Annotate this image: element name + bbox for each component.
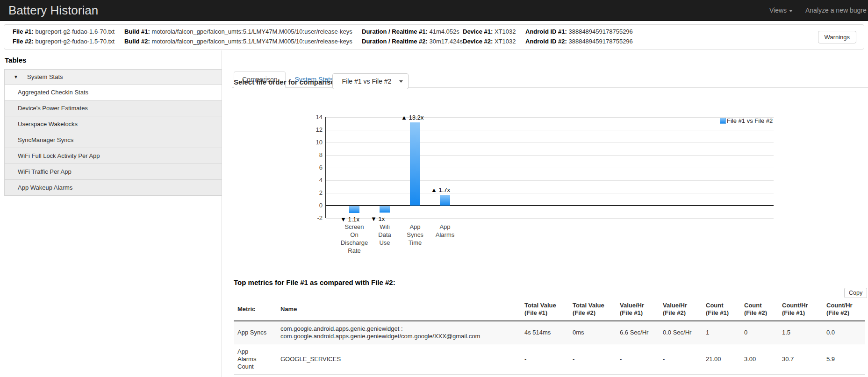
table-cell: App Alarms Count — [234, 344, 277, 375]
table-cell: 3.00 — [740, 344, 778, 375]
file-info-field: Android ID #2: 3888489459178755296 — [525, 38, 633, 45]
table-cell: 0.0 Sec/Hr — [659, 321, 702, 344]
y-axis-tick-label: 0 — [280, 202, 323, 209]
table-cell: GOOGLE_SERVICES — [277, 344, 521, 375]
file-info-row: File #1: bugreport-g2-fudao-1.6-70.txtBu… — [4, 28, 864, 37]
bar-annotation: ▼ 1x — [371, 215, 422, 222]
y-axis-tick-label: 12 — [280, 126, 323, 133]
table-header-cell: Total Value (File #2) — [569, 298, 616, 321]
gridline — [326, 193, 774, 193]
x-axis-category-label: Wifi Data Use — [364, 223, 406, 247]
file-info-field: Android ID #1: 3888489459178755296 — [525, 28, 633, 35]
sidebar-item[interactable]: SyncManager Syncs — [4, 132, 222, 148]
sidebar-item[interactable]: WiFi Full Lock Activity Per App — [4, 148, 222, 164]
app-title[interactable]: Battery Historian — [8, 0, 98, 21]
file-info-field-label: File #1: — [13, 28, 34, 35]
file-info-field-label: Android ID #2: — [525, 38, 567, 45]
gridline — [326, 168, 774, 168]
file-info-field-label: Device #2: — [463, 38, 493, 45]
sidebar-item[interactable]: Aggregated Checkin Stats — [4, 85, 222, 100]
gridline — [326, 130, 774, 130]
tables-sidebar: ▼ System Stats Aggregated Checkin StatsD… — [4, 69, 222, 196]
y-axis-tick-label: 14 — [280, 114, 323, 121]
file-info-row: File #2: bugreport-g2-fudao-1.5-70.txtBu… — [4, 38, 864, 47]
file-info-field: Build #1: motorola/falcon_gpe/falcon_umt… — [124, 28, 352, 35]
bar-annotation: ▼ 1.1x — [340, 216, 392, 223]
gridline — [326, 117, 774, 118]
top-metrics-heading: Top metrics for File #1 as compared with… — [234, 278, 395, 286]
table-row: App Syncscom.google.android.apps.genie.g… — [234, 321, 865, 344]
y-axis-tick-label: 4 — [280, 177, 323, 184]
table-header-cell: Count (File #2) — [740, 298, 778, 321]
file-info-field-label: Duration / Realtime #2: — [362, 38, 428, 45]
table-header-cell: Total Value (File #1) — [521, 298, 569, 321]
sidebar-divider — [222, 50, 222, 377]
file-order-label: Select file order for comparison — [234, 78, 339, 86]
y-axis-tick-label: 6 — [280, 164, 323, 171]
file-info-field: Build #2: motorola/falcon_gpe/falcon_umt… — [124, 38, 352, 45]
table-cell: 4s 514ms — [521, 321, 569, 344]
chart-bar — [380, 206, 390, 213]
file-info-field: Duration / Realtime #1: 41m4.052s — [362, 28, 459, 35]
sidebar-group-label: System Stats — [27, 70, 63, 85]
table-header-cell: Value/Hr (File #2) — [659, 298, 702, 321]
chart-bar — [440, 195, 450, 206]
select-caret-icon — [399, 80, 403, 83]
sidebar-item-list: Aggregated Checkin StatsDevice's Power E… — [4, 85, 222, 196]
y-axis-line — [325, 117, 326, 218]
file-info-field-label: Device #1: — [463, 28, 493, 35]
analyze-new-bugreport-link[interactable]: Analyze a new bugre — [805, 0, 867, 21]
chart-legend: File #1 vs File #2 — [720, 117, 773, 124]
views-menu-label: Views — [769, 7, 787, 14]
battery-historian-app: Battery Historian Views Analyze a new bu… — [0, 0, 868, 377]
file-order-select[interactable]: File #1 vs File #2 — [332, 73, 409, 89]
table-header-row: MetricNameTotal Value (File #1)Total Val… — [234, 298, 865, 321]
sidebar-item[interactable]: Userspace Wakelocks — [4, 116, 222, 132]
views-menu[interactable]: Views — [769, 0, 793, 21]
table-header-cell: Count (File #1) — [702, 298, 740, 321]
table-cell: 1 — [702, 321, 740, 344]
sidebar-item[interactable]: WiFi Traffic Per App — [4, 164, 222, 180]
bar-annotation: ▲ 1.7x — [431, 186, 482, 193]
legend-swatch-icon — [720, 118, 726, 124]
table-cell: - — [616, 344, 659, 375]
file-info-panel: File #1: bugreport-g2-fudao-1.6-70.txtBu… — [4, 24, 864, 50]
table-cell: - — [521, 344, 569, 375]
file-info-field: Duration / Realtime #2: 30m17.424s — [362, 38, 463, 45]
gridline — [326, 180, 774, 181]
chart-bar — [349, 206, 359, 213]
sidebar-item[interactable]: App Wakeup Alarms — [4, 180, 222, 196]
table-cell: 5.9 — [823, 344, 865, 375]
file-info-field: File #1: bugreport-g2-fudao-1.6-70.txt — [13, 28, 115, 35]
table-header-cell: Count/Hr (File #1) — [778, 298, 823, 321]
table-header-cell: Value/Hr (File #1) — [616, 298, 659, 321]
y-axis-tick-label: 10 — [280, 139, 323, 146]
table-cell: 1.5 — [778, 321, 823, 344]
collapse-triangle-icon: ▼ — [14, 70, 18, 85]
top-navbar: Battery Historian Views Analyze a new bu… — [0, 0, 868, 21]
table-cell: App Syncs — [234, 321, 277, 344]
chart-bar — [410, 122, 420, 206]
warnings-button[interactable]: Warnings — [818, 31, 856, 43]
table-cell: 6.6 Sec/Hr — [616, 321, 659, 344]
chevron-down-icon — [789, 10, 793, 12]
sidebar-item[interactable]: Device's Power Estimates — [4, 100, 222, 116]
file-info-field-label: Android ID #1: — [525, 28, 567, 35]
table-cell: 21.00 — [702, 344, 740, 375]
table-header-cell: Name — [277, 298, 521, 321]
file-info-field: File #2: bugreport-g2-fudao-1.5-70.txt — [13, 38, 115, 45]
table-header-cell: Count/Hr (File #2) — [823, 298, 865, 321]
table-header-cell: Metric — [234, 298, 277, 321]
gridline — [326, 142, 774, 143]
table-cell: 0 — [740, 321, 778, 344]
legend-label: File #1 vs File #2 — [727, 117, 773, 124]
x-axis-zero-line — [326, 205, 774, 206]
copy-button[interactable]: Copy — [844, 288, 867, 298]
sidebar-group-system-stats[interactable]: ▼ System Stats — [4, 69, 222, 85]
file-info-field-label: Build #2: — [124, 38, 150, 45]
table-cell: 0.0 — [823, 321, 865, 344]
file-info-field-label: Build #1: — [124, 28, 150, 35]
table-cell: com.google.android.apps.genie.geniewidge… — [277, 321, 521, 344]
table-cell: 0ms — [569, 321, 616, 344]
y-axis-tick-label: -2 — [280, 214, 323, 221]
